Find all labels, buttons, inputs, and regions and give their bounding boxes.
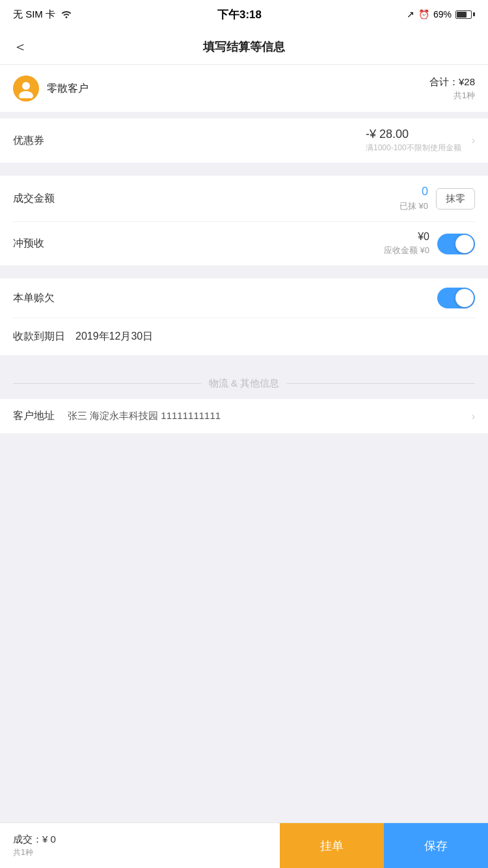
due-date-label: 收款到期日: [13, 330, 65, 344]
deal-value: 0: [422, 185, 428, 198]
coupon-value-group: -¥ 28.00 满1000-100不限制使用金额: [366, 128, 461, 154]
status-bar: 无 SIM 卡 下午3:18 ↗ ⏰ 69%: [0, 0, 488, 29]
customer-avatar: [13, 75, 39, 102]
address-label: 客户地址: [13, 409, 55, 423]
prepay-label: 冲预收: [13, 237, 44, 251]
bottom-deal-text: 成交：¥ 0: [13, 834, 267, 846]
address-chevron-icon: ›: [472, 411, 475, 422]
coupon-chevron-icon: ›: [472, 135, 475, 146]
wifi-icon: [61, 9, 72, 20]
separator-3: [0, 362, 488, 368]
customer-row[interactable]: 零散客户 合计：¥28 共1种: [0, 65, 488, 112]
svg-point-1: [19, 91, 33, 98]
address-section: 客户地址 张三 海淀永丰科技园 11111111111 ›: [0, 399, 488, 433]
deal-right: 0 已抹 ¥0 抹零: [400, 185, 475, 212]
nav-bar: ＜ 填写结算等信息: [0, 29, 488, 65]
logistics-line-right: [287, 383, 475, 384]
customer-section: 零散客户 合计：¥28 共1种: [0, 65, 488, 112]
separator-2: [0, 272, 488, 278]
customer-name: 零散客户: [47, 82, 88, 96]
prepay-toggle-knob: [455, 235, 474, 253]
alarm-icon: ⏰: [418, 9, 429, 20]
customer-left: 零散客户: [13, 75, 88, 102]
prepay-right: ¥0 应收金额 ¥0: [384, 231, 475, 256]
status-right: ↗ ⏰ 69%: [407, 9, 475, 20]
deal-row: 成交金额 0 已抹 ¥0 抹零: [0, 176, 488, 221]
logistics-label: 物流 & 其他信息: [209, 377, 279, 390]
coupon-label: 优惠券: [13, 134, 44, 148]
location-icon: ↗: [407, 9, 414, 20]
back-button[interactable]: ＜: [13, 37, 27, 57]
debt-toggle-knob: [455, 289, 474, 307]
prepay-receivable: 应收金额 ¥0: [384, 245, 429, 256]
due-date-value: 2019年12月30日: [75, 330, 153, 344]
customer-total: 合计：¥28: [429, 76, 475, 88]
debt-right: [437, 288, 475, 308]
prepay-row: 冲预收 ¥0 应收金额 ¥0: [0, 222, 488, 265]
prepay-toggle[interactable]: [437, 234, 475, 254]
customer-summary: 合计：¥28 共1种: [429, 76, 475, 102]
bottom-count: 共1种: [13, 847, 267, 858]
coupon-desc: 满1000-100不限制使用金额: [366, 142, 461, 154]
battery-icon: [455, 10, 475, 19]
logistics-header: 物流 & 其他信息: [0, 368, 488, 399]
bottom-bar: 成交：¥ 0 共1种 挂单 保存: [0, 822, 488, 868]
deal-label: 成交金额: [13, 192, 55, 206]
main-content: 零散客户 合计：¥28 共1种 优惠券 -¥ 28.00 满1000-100不限…: [0, 65, 488, 492]
battery-percent: 69%: [433, 9, 452, 20]
no-sim-text: 无 SIM 卡: [13, 8, 55, 21]
debt-section: 本单赊欠 收款到期日 2019年12月30日: [0, 278, 488, 355]
debt-toggle[interactable]: [437, 288, 475, 308]
prepay-value-group: ¥0 应收金额 ¥0: [384, 231, 429, 256]
due-date-row[interactable]: 收款到期日 2019年12月30日: [0, 318, 488, 355]
coupon-row[interactable]: 优惠券 -¥ 28.00 满1000-100不限制使用金额 ›: [0, 118, 488, 163]
page-title: 填写结算等信息: [203, 39, 285, 55]
deal-section: 成交金额 0 已抹 ¥0 抹零 冲预收 ¥0 应收金额 ¥0: [0, 176, 488, 265]
coupon-right: -¥ 28.00 满1000-100不限制使用金额 ›: [366, 128, 475, 154]
separator-1: [0, 169, 488, 176]
debt-row: 本单赊欠: [0, 278, 488, 318]
bottom-deal-value: ¥ 0: [42, 834, 56, 845]
save-button[interactable]: 保存: [384, 823, 488, 869]
address-value: 张三 海淀永丰科技园 11111111111: [68, 410, 467, 422]
bottom-info: 成交：¥ 0 共1种: [0, 834, 280, 858]
hold-button[interactable]: 挂单: [280, 823, 384, 869]
customer-count: 共1种: [429, 90, 475, 102]
prepay-value: ¥0: [384, 231, 429, 243]
status-time: 下午3:18: [217, 7, 262, 22]
svg-point-0: [22, 82, 30, 90]
debt-label: 本单赊欠: [13, 292, 55, 305]
coupon-discount: -¥ 28.00: [366, 128, 461, 141]
address-row[interactable]: 客户地址 张三 海淀永丰科技园 11111111111 ›: [0, 399, 488, 433]
bottom-deal-label: 成交：: [13, 834, 42, 845]
deal-rounded: 已抹 ¥0: [400, 200, 428, 212]
status-left: 无 SIM 卡: [13, 8, 72, 21]
logistics-line-left: [13, 383, 201, 384]
round-zero-button[interactable]: 抹零: [436, 188, 475, 210]
deal-value-group: 0 已抹 ¥0: [400, 185, 428, 212]
coupon-section: 优惠券 -¥ 28.00 满1000-100不限制使用金额 ›: [0, 118, 488, 163]
